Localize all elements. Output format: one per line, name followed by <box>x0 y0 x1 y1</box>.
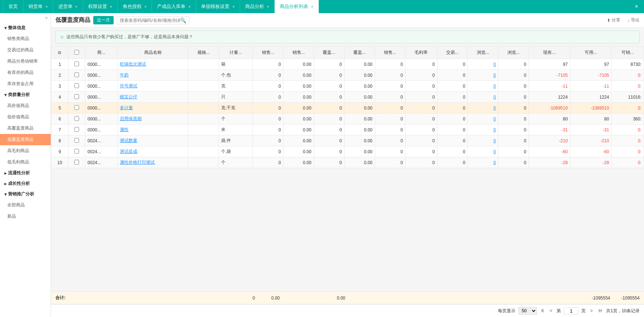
nav-tab-analysis-list[interactable]: 商品分析列表 × <box>275 0 319 13</box>
top-nav: 首页 销货单 × 进货单 × 权限设置 × 角色授权 × 产成品入库单 × 单据… <box>0 0 644 13</box>
sidebar-item-all-products[interactable]: 全部商品 <box>0 199 51 211</box>
row-name[interactable]: 眠宝公仔 <box>117 92 188 103</box>
search-icon[interactable]: 🔍 <box>180 17 186 23</box>
sidebar-group-cluster[interactable]: ▾ 类群量分析 <box>0 90 51 100</box>
period-button[interactable]: 近一月 <box>93 16 114 24</box>
export-button[interactable]: ↓ 导出 <box>628 17 640 23</box>
row-browse1[interactable]: 0 <box>468 70 498 81</box>
row-checkbox[interactable] <box>68 103 85 114</box>
sidebar-group-marketing[interactable]: ▾ 营销推广分析 <box>0 189 51 199</box>
row-browse1[interactable]: 0 <box>468 135 498 146</box>
sidebar-group-liquidity[interactable]: ▸ 流通性分析 <box>0 168 51 178</box>
close-icon[interactable]: × <box>188 5 191 9</box>
sidebar-group-overall[interactable]: ▾ 整体信息 <box>0 23 51 33</box>
close-icon[interactable]: × <box>267 5 269 9</box>
sidebar-item-sales-products[interactable]: 销售类商品 <box>0 33 51 44</box>
row-checkbox[interactable] <box>68 59 85 70</box>
close-icon[interactable]: × <box>232 5 235 9</box>
page-size-select[interactable]: 50 20 100 <box>518 307 537 315</box>
row-browse1[interactable]: 0 <box>468 146 498 157</box>
row-coverage2: 0.00 <box>344 114 375 124</box>
nav-tab-roles[interactable]: 角色授权 × <box>118 0 152 13</box>
row-select-checkbox[interactable] <box>74 160 79 165</box>
row-select-checkbox[interactable] <box>74 105 79 110</box>
close-icon[interactable]: × <box>46 5 48 9</box>
row-browse1[interactable]: 0 <box>468 114 498 124</box>
row-checkbox[interactable] <box>68 70 85 81</box>
prev-page-button[interactable]: < <box>548 308 554 314</box>
nav-tab-templates[interactable]: 单据模板设置 × <box>196 0 240 13</box>
row-select-checkbox[interactable] <box>74 127 79 132</box>
row-browse1[interactable]: 0 <box>468 157 498 168</box>
sidebar-item-low-coverage[interactable]: 低覆盖度商品 <box>0 134 51 145</box>
content-area: 低覆盖度商品 近一月 🔍 ⬆ 分享 ↓ 导出 ☆ 这些商品只有很少客户购买过，是… <box>51 13 644 317</box>
sidebar-item-category-rate[interactable]: 商品分类动销率 <box>0 56 51 67</box>
table-row: 7 0000... 属性 米 0 0.00 0 0.00 0 0 0 0 0 -… <box>51 124 644 135</box>
sidebar-item-new-products[interactable]: 新品 <box>0 211 51 222</box>
search-box[interactable]: 🔍 <box>117 16 189 24</box>
current-page-input[interactable] <box>564 307 578 315</box>
row-select-checkbox[interactable] <box>74 116 79 121</box>
sidebar-item-low-value[interactable]: 低价值商品 <box>0 111 51 123</box>
row-checkbox[interactable] <box>68 114 85 124</box>
nav-tab-analysis[interactable]: 商品分析 × <box>240 0 275 13</box>
next-page-button[interactable]: > <box>589 308 594 314</box>
window-close-button[interactable]: × <box>632 3 641 10</box>
row-name[interactable]: 属性 <box>117 124 188 135</box>
sidebar-item-high-profit[interactable]: 高毛利商品 <box>0 145 51 156</box>
row-sales2: 0 <box>375 114 405 124</box>
row-checkbox[interactable] <box>68 92 85 103</box>
close-icon[interactable]: × <box>110 5 112 9</box>
row-checkbox[interactable] <box>68 124 85 135</box>
row-name[interactable]: 启用保质期 <box>117 114 188 124</box>
sidebar-item-high-value[interactable]: 高价值商品 <box>0 100 51 111</box>
row-browse2: 0 <box>498 124 529 135</box>
nav-tab-home[interactable]: 首页 <box>3 0 23 13</box>
row-checkbox[interactable] <box>68 157 85 168</box>
close-icon[interactable]: × <box>311 5 313 9</box>
row-name[interactable]: 测试提成 <box>117 146 188 157</box>
row-checkbox[interactable] <box>68 146 85 157</box>
row-name[interactable]: 多计量 <box>117 103 188 114</box>
row-browse1[interactable]: 0 <box>468 59 498 70</box>
row-browse1[interactable]: 0 <box>468 81 498 92</box>
row-browse1[interactable]: 0 <box>468 92 498 103</box>
sidebar-item-traded-products[interactable]: 交易过的商品 <box>0 44 51 56</box>
row-name[interactable]: 测试数量 <box>117 135 188 146</box>
row-browse1[interactable]: 0 <box>468 124 498 135</box>
last-page-button[interactable]: Н <box>597 308 603 314</box>
row-select-checkbox[interactable] <box>74 72 79 77</box>
row-name[interactable]: 牛奶 <box>117 70 188 81</box>
nav-tab-sales[interactable]: 销货单 × <box>23 0 53 13</box>
row-checkbox[interactable] <box>68 135 85 146</box>
row-name[interactable]: 符号测试 <box>117 81 188 92</box>
nav-tab-permissions[interactable]: 权限设置 × <box>83 0 118 13</box>
row-select-checkbox[interactable] <box>74 62 79 66</box>
row-name[interactable]: 属性价格打印测试 <box>117 157 188 168</box>
sidebar-item-high-coverage[interactable]: 高覆盖度商品 <box>0 123 51 134</box>
row-available: 1224 <box>570 92 612 103</box>
search-input[interactable] <box>120 18 180 23</box>
row-select-checkbox[interactable] <box>74 149 79 154</box>
nav-tab-production[interactable]: 产成品入库单 × <box>152 0 196 13</box>
row-select-checkbox[interactable] <box>74 83 79 88</box>
first-page-button[interactable]: К <box>540 308 545 314</box>
row-browse1[interactable]: 0 <box>468 103 498 114</box>
row-select-checkbox[interactable] <box>74 94 79 99</box>
row-name[interactable]: 旺辅批次测试 <box>117 59 188 70</box>
col-checkbox-header[interactable] <box>68 47 85 59</box>
close-icon[interactable]: × <box>145 5 147 9</box>
sidebar-item-capital[interactable]: 库存资金占用 <box>0 78 51 90</box>
col-settings[interactable]: ⚙ <box>51 47 68 59</box>
share-button[interactable]: ⬆ 分享 <box>607 17 620 23</box>
select-all-checkbox[interactable] <box>74 50 79 55</box>
nav-tab-purchase[interactable]: 进货单 × <box>53 0 83 13</box>
close-icon[interactable]: × <box>75 5 78 9</box>
footer-coverage2: 0.00 <box>323 296 345 301</box>
sidebar-item-in-stock[interactable]: 有库存的商品 <box>0 67 51 78</box>
row-checkbox[interactable] <box>68 81 85 92</box>
sidebar-collapse-button[interactable]: « <box>0 13 51 23</box>
sidebar-item-low-profit[interactable]: 低毛利商品 <box>0 156 51 168</box>
sidebar-group-growth[interactable]: ▸ 成长性分析 <box>0 178 51 189</box>
row-select-checkbox[interactable] <box>74 138 79 143</box>
